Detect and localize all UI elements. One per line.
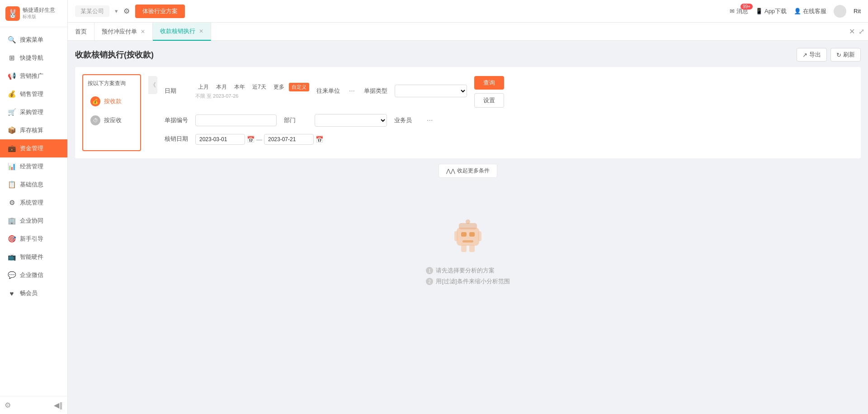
page-title: 收款核销执行(按收款) — [75, 49, 154, 60]
header-left: 某某公司 ▾ ⚙ 体验行业方案 — [75, 5, 185, 18]
filter-option-by-receipt[interactable]: 💰 按收款 — [88, 93, 136, 110]
refresh-label: 刷新 — [843, 51, 855, 59]
date-more[interactable]: 更多 — [271, 82, 287, 92]
sidebar-item-wechat[interactable]: 💬 企业微信 — [0, 266, 67, 284]
writeoff-date-range: 📅 — 📅 — [195, 134, 323, 145]
sidebar-item-sales[interactable]: 💰 销售管理 — [0, 85, 67, 103]
counterpart-ellipsis[interactable]: ··· — [347, 87, 357, 95]
sidebar-item-operation[interactable]: 📊 经营管理 — [0, 157, 67, 176]
enterprise-icon: 🏢 — [7, 216, 16, 225]
writeoff-date-to-calendar-icon[interactable]: 📅 — [316, 136, 323, 143]
by-receivable-label: 按应收 — [104, 116, 122, 124]
sidebar-item-marketing[interactable]: 📢 营销推广 — [0, 67, 67, 85]
filter-row-2: 单据编号 部门 业务员 ··· — [165, 114, 854, 127]
sidebar-item-label: 系统管理 — [20, 199, 43, 207]
app-download-item[interactable]: 📱 App下载 — [755, 7, 787, 15]
collapse-filter-btn[interactable]: 《 — [148, 76, 157, 94]
query-button[interactable]: 查询 — [474, 76, 504, 90]
sidebar-item-label: 营销推广 — [20, 72, 43, 80]
filter-row-3: 核销日期 📅 — 📅 — [165, 133, 854, 145]
tab-bar: 首页 预付冲应付单 ✕ 收款核销执行 ✕ ✕ ⤢ — [68, 23, 868, 41]
by-receipt-icon: 💰 — [90, 96, 100, 106]
docno-filter-group: 单据编号 — [165, 114, 277, 126]
industry-solution-button[interactable]: 体验行业方案 — [135, 5, 185, 18]
writeoff-date-group: 核销日期 📅 — 📅 — [165, 133, 323, 145]
collapse-sidebar-icon[interactable]: ◀‖ — [54, 401, 63, 409]
quick-nav-icon: ⊞ — [7, 53, 16, 62]
settings-icon[interactable]: ⚙ — [5, 401, 11, 409]
tab-prepay-close[interactable]: ✕ — [141, 29, 145, 35]
sidebar-item-inventory[interactable]: 📦 库存核算 — [0, 121, 67, 139]
sidebar-item-label: 销售管理 — [20, 90, 43, 98]
doctype-select[interactable] — [395, 85, 467, 97]
sidebar-item-guide[interactable]: 🎯 新手引导 — [0, 230, 67, 248]
export-button[interactable]: ↗ 导出 — [797, 48, 827, 62]
expand-tabs-icon[interactable]: ⤢ — [859, 27, 864, 36]
sidebar-item-label: 畅会员 — [20, 289, 38, 297]
sidebar-item-enterprise[interactable]: 🏢 企业协同 — [0, 212, 67, 230]
message-badge: 99+ — [741, 4, 753, 10]
message-item[interactable]: ✉ 消息 99+ — [730, 7, 748, 15]
sidebar-item-purchase[interactable]: 🛒 采购管理 — [0, 103, 67, 121]
sidebar-item-search[interactable]: 🔍 搜索菜单 — [0, 31, 67, 49]
sidebar: 🐰 畅捷通好生意 标准版 🔍 搜索菜单 ⊞ 快捷导航 📢 营销推广 💰 销售管理… — [0, 0, 68, 414]
sidebar-item-label: 基础信息 — [20, 181, 43, 189]
date-this-year[interactable]: 本年 — [231, 82, 248, 92]
sidebar-item-label: 企业协同 — [20, 217, 43, 225]
sidebar-item-finance[interactable]: 💼 资金管理 — [0, 139, 67, 157]
marketing-icon: 📢 — [7, 71, 16, 81]
filter-fields: 日期 上月 本月 本年 近7天 更多 自定义 不限 至 20 — [165, 74, 854, 151]
tab-receipt-writeoff[interactable]: 收款核销执行 ✕ — [153, 23, 211, 41]
sidebar-item-member[interactable]: ♥ 畅会员 — [0, 284, 67, 302]
docno-label: 单据编号 — [165, 116, 192, 124]
staff-ellipsis[interactable]: ··· — [425, 116, 434, 124]
company-dropdown-arrow[interactable]: ▾ — [115, 8, 118, 14]
company-name: 某某公司 — [75, 5, 109, 17]
page-actions: ↗ 导出 ↻ 刷新 — [797, 48, 861, 62]
refresh-button[interactable]: ↻ 刷新 — [830, 48, 861, 62]
date-7days[interactable]: 近7天 — [250, 82, 269, 92]
sidebar-item-system[interactable]: ⚙ 系统管理 — [0, 194, 67, 212]
close-all-tabs-icon[interactable]: ✕ — [849, 27, 855, 36]
tab-home[interactable]: 首页 — [68, 23, 94, 41]
collapse-up-icon: ⋀⋀ — [446, 168, 455, 174]
tab-bar-actions: ✕ ⤢ — [849, 27, 868, 36]
collapse-more-button[interactable]: ⋀⋀ 收起更多条件 — [439, 164, 497, 178]
header-settings-icon[interactable]: ⚙ — [123, 7, 130, 15]
app-icon: 📱 — [755, 8, 763, 14]
date-last-month[interactable]: 上月 — [195, 82, 212, 92]
writeoff-date-from-input[interactable] — [195, 134, 245, 145]
writeoff-date-to-input[interactable] — [264, 134, 314, 145]
collapse-more-label: 收起更多条件 — [457, 167, 490, 175]
service-icon: 👤 — [794, 8, 801, 14]
sidebar-item-basic[interactable]: 📋 基础信息 — [0, 176, 67, 194]
filter-option-by-receivable[interactable]: ⏱ 按应收 — [88, 112, 136, 129]
search-panel: 按以下方案查询 💰 按收款 ⏱ 按应收 《 日期 — [75, 67, 861, 158]
sidebar-item-label: 智能硬件 — [20, 253, 43, 261]
app-label: App下载 — [764, 7, 787, 15]
dept-select[interactable] — [315, 114, 387, 127]
filter-row-1: 日期 上月 本月 本年 近7天 更多 自定义 不限 至 20 — [165, 74, 854, 108]
online-service-item[interactable]: 👤 在线客服 — [794, 7, 826, 15]
logo-text: 畅捷通好生意 — [23, 7, 55, 14]
sidebar-item-hardware[interactable]: 📺 智能硬件 — [0, 248, 67, 266]
writeoff-date-from-calendar-icon[interactable]: 📅 — [247, 136, 255, 143]
finance-icon: 💼 — [7, 144, 16, 153]
tab-prepay-label: 预付冲应付单 — [102, 28, 137, 36]
purchase-icon: 🛒 — [7, 108, 16, 117]
docno-input[interactable] — [195, 114, 277, 126]
date-custom-tag[interactable]: 自定义 — [289, 83, 309, 91]
sidebar-item-quick-nav[interactable]: ⊞ 快捷导航 — [0, 49, 67, 67]
by-receivable-icon: ⏱ — [90, 115, 100, 125]
tab-receipt-label: 收款核销执行 — [160, 27, 195, 35]
date-range-row: 不限 至 2023-07-26 — [195, 93, 309, 100]
user-avatar[interactable] — [834, 5, 846, 18]
date-label: 日期 — [165, 87, 192, 95]
dept-label: 部门 — [284, 116, 311, 124]
tab-prepay[interactable]: 预付冲应付单 ✕ — [94, 23, 153, 41]
header-right: ✉ 消息 99+ 📱 App下载 👤 在线客服 Rit — [730, 5, 861, 18]
setting-button[interactable]: 设置 — [474, 93, 504, 108]
date-this-month[interactable]: 本月 — [213, 82, 230, 92]
sidebar-item-label: 库存核算 — [20, 126, 43, 134]
tab-receipt-close[interactable]: ✕ — [199, 28, 203, 34]
